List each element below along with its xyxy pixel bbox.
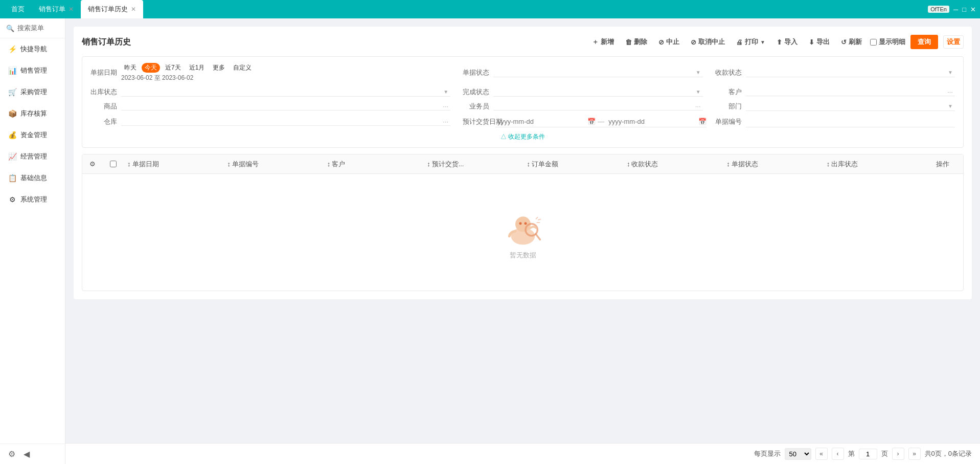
per-page-select[interactable]: 20 50 100	[785, 448, 811, 460]
th-out-status[interactable]: ↕ 出库状态	[823, 160, 922, 169]
date-pill-yesterday[interactable]: 昨天	[121, 63, 140, 73]
sidebar-item-system[interactable]: ⚙ 系统管理	[0, 189, 65, 210]
first-page-btn[interactable]: «	[815, 448, 828, 460]
th-out-status-text: 出库状态	[831, 160, 858, 169]
th-bill-status[interactable]: ↕ 单据状态	[722, 160, 822, 169]
th-checkbox[interactable]	[103, 161, 123, 167]
maximize-btn[interactable]: □	[962, 6, 966, 13]
calendar-from-icon[interactable]: 📅	[587, 118, 596, 125]
filter-product: 商品 ···	[90, 102, 450, 111]
sidebar-item-basic[interactable]: 📋 基础信息	[0, 167, 65, 189]
sidebar-item-inventory[interactable]: 📦 库存核算	[0, 103, 65, 124]
th-number[interactable]: ↕ 单据编号	[223, 160, 323, 169]
bill-number-input[interactable]	[746, 116, 955, 127]
inventory-icon: 📦	[8, 109, 16, 118]
bill-number-input-wrapper	[746, 116, 955, 127]
department-select[interactable]: ▼	[746, 102, 955, 111]
cancel-stop-button[interactable]: ⊘ 取消中止	[688, 36, 728, 48]
collapse-label: △ 收起更多条件	[500, 133, 545, 140]
product-input-wrapper: ···	[121, 102, 450, 111]
print-label: 打印	[745, 37, 758, 47]
minimize-btn[interactable]: ─	[953, 6, 958, 13]
prev-page-btn[interactable]: ‹	[832, 448, 844, 460]
tab-sales-order-history-close[interactable]: ✕	[131, 6, 136, 13]
th-receipt-status[interactable]: ↕ 收款状态	[623, 160, 722, 169]
close-btn[interactable]: ✕	[970, 6, 976, 13]
sidebar-search[interactable]: 🔍 搜索菜单	[0, 18, 65, 38]
date-pill-custom[interactable]: 自定义	[230, 63, 255, 73]
tab-sales-order-history-label: 销售订单历史	[88, 5, 128, 14]
tab-sales-order-history[interactable]: 销售订单历史 ✕	[81, 0, 143, 18]
th-amount[interactable]: ↕ 订单金额	[523, 160, 623, 169]
product-ellipsis[interactable]: ···	[441, 102, 450, 110]
calendar-to-icon[interactable]: 📅	[698, 118, 706, 125]
th-receipt-status-text: 收款状态	[631, 160, 658, 169]
stop-icon: ⊘	[658, 38, 664, 46]
th-amount-text: 订单金额	[532, 160, 558, 169]
import-button[interactable]: ⬆ 导入	[773, 36, 801, 48]
search-icon: 🔍	[6, 25, 14, 32]
sidebar-item-operation[interactable]: 📈 经营管理	[0, 146, 65, 167]
department-arrow: ▼	[948, 103, 953, 109]
sidebar-settings-icon[interactable]: ⚙	[8, 449, 15, 459]
query-label: 查询	[918, 37, 931, 47]
warehouse-ellipsis[interactable]: ···	[441, 118, 450, 125]
expected-date-to[interactable]	[606, 116, 696, 127]
filter-salesperson: 业务员 ···	[463, 102, 702, 111]
query-button[interactable]: 查询	[910, 35, 938, 49]
filter-area: 单据日期 昨天 今天 近7天 近1月 更多 自定义 2	[82, 56, 964, 148]
show-detail-checkbox[interactable]: 显示明细	[870, 37, 905, 47]
salesperson-ellipsis[interactable]: ···	[693, 102, 703, 110]
sidebar-item-finance[interactable]: 💰 资金管理	[0, 124, 65, 146]
expected-date-from[interactable]	[495, 116, 585, 127]
delete-button[interactable]: 🗑 删除	[622, 36, 650, 48]
sidebar-item-purchase[interactable]: 🛒 采购管理	[0, 81, 65, 103]
show-detail-input[interactable]	[870, 39, 877, 46]
receipt-status-select[interactable]: ▼	[746, 68, 955, 77]
expected-date-label: 预计交货日期	[463, 117, 493, 126]
print-button[interactable]: 🖨 打印 ▼	[733, 36, 768, 48]
last-page-btn[interactable]: »	[908, 448, 921, 460]
th-expected-delivery-text: 预计交货...	[432, 160, 464, 169]
select-all-checkbox[interactable]	[110, 161, 117, 167]
page-header: 销售订单历史 ＋ 新增 🗑 删除 ⊘ 中止	[82, 35, 964, 49]
complete-status-select[interactable]: ▼	[493, 87, 702, 97]
sidebar-item-quick-nav[interactable]: ⚡ 快捷导航	[0, 38, 65, 60]
export-button[interactable]: ⬇ 导出	[806, 36, 833, 48]
th-date[interactable]: ↕ 单据日期	[123, 160, 223, 169]
sidebar-item-purchase-label: 采购管理	[20, 87, 47, 97]
collapse-button[interactable]: △ 收起更多条件	[90, 132, 955, 141]
out-stock-select[interactable]: ▼	[121, 87, 450, 97]
date-pill-more[interactable]: 更多	[210, 63, 228, 73]
th-settings[interactable]: ⚙	[82, 160, 103, 168]
next-page-btn[interactable]: ›	[892, 448, 904, 460]
often-badge: OfTEn	[928, 6, 949, 13]
sidebar-item-sales[interactable]: 📊 销售管理	[0, 60, 65, 81]
customer-input-wrapper: ···	[746, 88, 955, 96]
refresh-button[interactable]: ↺ 刷新	[838, 36, 865, 48]
th-customer[interactable]: ↕ 客户	[323, 160, 423, 169]
tab-sales-order[interactable]: 销售订单 ✕	[32, 0, 81, 18]
empty-state: 暂无数据	[82, 174, 963, 291]
customer-ellipsis[interactable]: ···	[945, 88, 955, 96]
stop-button[interactable]: ⊘ 中止	[655, 36, 682, 48]
th-amount-label: ↕	[527, 160, 531, 168]
date-pill-today[interactable]: 今天	[142, 63, 160, 73]
delete-icon: 🗑	[625, 38, 632, 46]
sidebar-collapse-icon[interactable]: ◀	[24, 449, 30, 459]
date-pill-last7[interactable]: 近7天	[162, 63, 184, 73]
th-expected-delivery[interactable]: ↕ 预计交货...	[423, 160, 522, 169]
out-stock-label: 出库状态	[90, 87, 121, 97]
current-page-input[interactable]	[859, 449, 877, 459]
date-pill-last1m[interactable]: 近1月	[186, 63, 208, 73]
settings-button[interactable]: 设置	[943, 35, 964, 49]
new-button[interactable]: ＋ 新增	[589, 36, 617, 48]
tab-home[interactable]: 首页	[4, 0, 32, 18]
bill-status-select[interactable]: ▼	[493, 68, 702, 77]
content-area: 销售订单历史 ＋ 新增 🗑 删除 ⊘ 中止	[65, 18, 980, 464]
tab-sales-order-close[interactable]: ✕	[69, 6, 74, 13]
bill-status-arrow: ▼	[696, 70, 701, 75]
purchase-icon: 🛒	[8, 88, 16, 96]
expected-date-range: 📅 — 📅	[495, 116, 706, 127]
sidebar-item-quick-nav-label: 快捷导航	[20, 45, 47, 54]
